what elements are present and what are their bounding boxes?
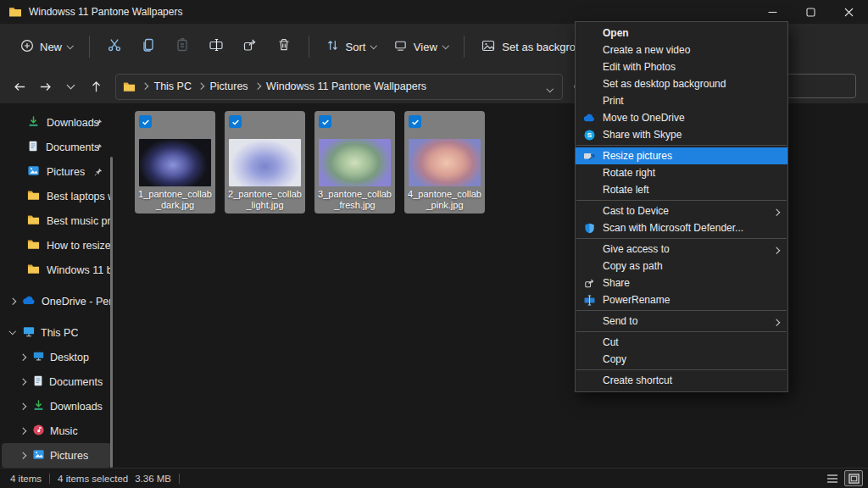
sidebar-item-windows-11[interactable]: Windows 11 bu	[2, 258, 111, 282]
menu-item-create-new-video[interactable]: Create a new video	[576, 42, 787, 58]
forward-button[interactable]	[32, 74, 58, 99]
menu-item-print[interactable]: Print	[576, 92, 787, 109]
submenu-chevron-icon	[774, 315, 779, 327]
sidebar-item-pictures[interactable]: Pictures	[2, 443, 111, 468]
svg-text:S: S	[587, 131, 592, 139]
status-divider	[179, 474, 180, 484]
sidebar-item-best-music[interactable]: Best music pro	[2, 208, 111, 233]
details-view-toggle[interactable]	[823, 470, 842, 486]
sidebar-item-best-laptops[interactable]: Best laptops wi	[2, 184, 111, 208]
back-button[interactable]	[7, 74, 32, 99]
breadcrumb-pictures[interactable]: Pictures	[204, 78, 253, 95]
file-explorer-window: Windowss 11 Pantone Wallpapers New	[0, 0, 868, 488]
breadcrumb-chevron-icon	[255, 84, 260, 89]
sidebar-item-this-pc[interactable]: This PC	[2, 320, 111, 345]
onedrive-cloud-icon	[576, 114, 603, 122]
rename-button[interactable]	[199, 32, 233, 61]
sort-button[interactable]: Sort	[317, 32, 385, 61]
chevron-down-icon	[8, 331, 17, 334]
sidebar-item-documents[interactable]: Documents	[2, 369, 111, 394]
menu-item-copy[interactable]: Copy	[576, 351, 787, 368]
file-tile-light[interactable]: 2_pantone_collab_light.jpg	[225, 111, 305, 214]
folder-icon	[123, 80, 136, 93]
sidebar-item-music[interactable]: Music	[2, 419, 111, 443]
menu-item-rotate-left[interactable]: Rotate left	[576, 181, 787, 198]
maximize-button[interactable]	[792, 0, 830, 24]
image-thumbnail	[229, 139, 301, 186]
share-button[interactable]	[233, 32, 267, 61]
chevron-right-icon	[19, 453, 27, 458]
sidebar-item-downloads[interactable]: Downloads	[2, 394, 111, 419]
selected-checkbox[interactable]	[409, 115, 421, 128]
menu-item-share[interactable]: Share	[576, 274, 787, 291]
share-icon	[576, 278, 603, 289]
menu-item-edit-with-photos[interactable]: Edit with Photos	[576, 58, 787, 75]
cut-button[interactable]	[97, 32, 131, 61]
menu-item-resize-pictures[interactable]: Resize pictures	[576, 147, 787, 164]
status-divider	[49, 474, 50, 484]
titlebar: Windowss 11 Pantone Wallpapers	[0, 0, 868, 24]
menu-item-powerrename[interactable]: PowerRename	[576, 291, 787, 308]
menu-divider	[576, 369, 787, 370]
menu-item-open[interactable]: Open	[576, 25, 787, 42]
close-button[interactable]	[830, 0, 868, 24]
selected-checkbox[interactable]	[229, 115, 242, 128]
sidebar-item-label: This PC	[41, 327, 78, 339]
sidebar-scrollbar[interactable]	[110, 157, 113, 468]
breadcrumb-this-pc[interactable]: This PC	[149, 78, 197, 95]
downloads-icon	[32, 399, 45, 414]
folder-icon	[27, 238, 40, 253]
address-bar[interactable]: This PC Pictures Windowss 11 Pantone Wal…	[115, 74, 563, 100]
menu-item-create-shortcut[interactable]: Create shortcut	[576, 372, 787, 389]
copy-button[interactable]	[131, 32, 165, 61]
file-tile-fresh[interactable]: 3_pantone_collab_fresh.jpg	[314, 111, 395, 214]
view-button[interactable]: View	[385, 32, 456, 61]
sidebar-item-desktop[interactable]: Desktop	[2, 345, 111, 369]
menu-item-scan-with-defender[interactable]: Scan with Microsoft Defender...	[576, 219, 787, 236]
chevron-down-icon	[442, 42, 449, 49]
sidebar-item-how-to-resize[interactable]: How to resize e	[2, 233, 111, 258]
sidebar-item-label: OneDrive - Perso	[42, 296, 111, 308]
menu-item-send-to[interactable]: Send to	[576, 313, 787, 330]
context-menu: Open Create a new video Edit with Photos…	[575, 21, 788, 392]
menu-item-set-as-desktop-background[interactable]: Set as desktop background	[576, 75, 787, 92]
new-button-label: New	[40, 41, 62, 53]
thumbnail-view-toggle[interactable]	[844, 470, 863, 486]
menu-item-cut[interactable]: Cut	[576, 334, 787, 351]
up-button[interactable]	[83, 74, 108, 99]
menu-divider	[576, 200, 787, 201]
image-thumbnail	[409, 139, 481, 186]
file-tile-pink[interactable]: 4_pantone_collab_pink.jpg	[404, 111, 485, 214]
selected-checkbox[interactable]	[319, 115, 331, 128]
selected-checkbox[interactable]	[139, 115, 152, 128]
sidebar-item-label: How to resize e	[47, 240, 111, 252]
minimize-button[interactable]	[754, 0, 792, 24]
image-thumbnail	[319, 139, 391, 186]
menu-item-give-access-to[interactable]: Give access to	[576, 241, 787, 258]
sidebar-item-documents-pinned[interactable]: Documents	[2, 135, 111, 159]
menu-item-move-to-onedrive[interactable]: Move to OneDrive	[576, 109, 787, 126]
breadcrumb-current-folder[interactable]: Windowss 11 Pantone Wallpapers	[261, 78, 431, 95]
delete-button[interactable]	[267, 32, 301, 61]
sidebar-item-onedrive[interactable]: OneDrive - Perso	[2, 289, 111, 313]
pin-icon	[94, 118, 103, 130]
sidebar-item-pictures-pinned[interactable]: Pictures	[2, 159, 111, 184]
file-tile-dark[interactable]: 1_pantone_collab_dark.jpg	[135, 111, 215, 214]
chevron-down-icon	[67, 42, 74, 49]
menu-item-share-with-skype[interactable]: S Share with Skype	[576, 126, 787, 143]
menu-item-copy-as-path[interactable]: Copy as path	[576, 258, 787, 274]
view-button-label: View	[414, 41, 437, 53]
sidebar-item-downloads-pinned[interactable]: Downloads	[2, 110, 111, 135]
folder-icon	[27, 189, 40, 204]
toolbar-divider	[89, 36, 90, 58]
new-button[interactable]: New	[12, 32, 81, 61]
paste-button[interactable]	[165, 32, 199, 61]
file-name: 3_pantone_collab_fresh.jpg	[314, 189, 395, 211]
menu-item-rotate-right[interactable]: Rotate right	[576, 164, 787, 181]
file-name: 4_pantone_collab_pink.jpg	[404, 189, 485, 211]
address-dropdown-chevron[interactable]	[548, 79, 553, 94]
pin-icon	[94, 142, 103, 154]
recent-locations-button[interactable]	[58, 74, 83, 99]
menu-item-cast-to-device[interactable]: Cast to Device	[576, 202, 787, 219]
folder-icon	[27, 263, 40, 278]
